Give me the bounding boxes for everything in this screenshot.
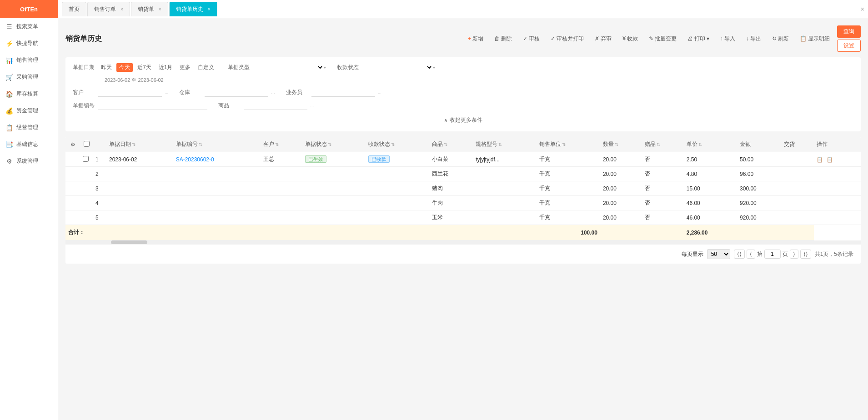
col-unit[interactable]: 销售单位⇅ (537, 137, 600, 152)
col-unit-price[interactable]: 单价⇅ (684, 137, 737, 152)
print-button[interactable]: 🖨 打印 ▾ (684, 33, 713, 45)
col-payment-status[interactable]: 收款状态⇅ (366, 137, 429, 152)
cell-unit: 千克 (537, 152, 600, 167)
cell-operation: 📋 📋 (814, 152, 861, 167)
salesperson-input[interactable] (311, 88, 375, 97)
customer-input[interactable] (98, 88, 162, 97)
cell-gift: 否 (642, 167, 684, 181)
col-checkbox (80, 137, 93, 152)
goods-input[interactable] (244, 101, 307, 110)
page-last-btn[interactable]: ⟩⟩ (800, 250, 811, 259)
add-button[interactable]: + 新增 (464, 33, 487, 45)
goods-ellipsis[interactable]: ... (310, 103, 314, 108)
filter-row-3: 单据编号 商品 ... (73, 101, 853, 110)
col-date[interactable]: 单据日期⇅ (106, 137, 173, 152)
show-detail-button[interactable]: 📋 显示明细 (796, 33, 833, 45)
date-tag-7days[interactable]: 近7天 (135, 63, 154, 72)
collect-button[interactable]: ¥ 收款 (619, 33, 642, 45)
col-doc-no[interactable]: 单据编号⇅ (173, 137, 261, 152)
scrollbar-thumb[interactable] (111, 240, 147, 244)
cell-checkbox (80, 210, 93, 225)
close-sales-order-tab[interactable]: × (120, 7, 123, 12)
sidebar-item-inventory[interactable]: 🏠 库存核算 (0, 85, 58, 102)
cell-operation (814, 210, 861, 225)
export-icon: ↓ (746, 35, 749, 42)
date-tag-custom[interactable]: 自定义 (195, 63, 217, 72)
doc-no-sort-icon: ⇅ (199, 142, 202, 147)
import-button[interactable]: ↑ 导入 (717, 33, 739, 45)
payment-status-select[interactable] (362, 63, 433, 72)
filter-salesperson: 业务员 ... (286, 88, 381, 97)
payment-status-label: 收款状态 (337, 64, 360, 71)
col-gift[interactable]: 赠品⇅ (642, 137, 684, 152)
cell-doc-status (302, 181, 366, 196)
cell-date (106, 210, 173, 225)
sidebar-item-basic-info[interactable]: 📑 基础信息 (0, 136, 58, 153)
tab-sales-order[interactable]: 销售订单 × (87, 2, 130, 16)
sidebar-item-label: 采购管理 (16, 73, 38, 81)
collapse-button[interactable]: ∧ 收起更多条件 (442, 115, 484, 126)
salesperson-ellipsis[interactable]: ... (378, 90, 381, 95)
delete-button[interactable]: 🗑 删除 (491, 33, 516, 45)
tab-home[interactable]: 首页 (62, 2, 86, 16)
cell-payment-status (366, 196, 429, 210)
close-window-button[interactable]: × (861, 5, 864, 13)
cell-customer (261, 167, 302, 181)
op-view-btn-1[interactable]: 📋 (817, 157, 823, 162)
col-customer[interactable]: 客户⇅ (261, 137, 302, 152)
warehouse-label: 仓库 (179, 89, 202, 96)
row-checkbox-1[interactable] (83, 156, 89, 162)
batch-change-button[interactable]: ✎ 批量变更 (645, 33, 680, 45)
page-size-select[interactable]: 50 10 20 100 (707, 249, 730, 259)
date-tag-group: 昨天 今天 近7天 近1月 更多 自定义 (98, 63, 217, 72)
select-all-checkbox[interactable] (84, 141, 90, 147)
sidebar-item-search-menu[interactable]: ☰ 搜索菜单 (0, 18, 58, 35)
horizontal-scrollbar[interactable] (65, 240, 861, 244)
tab-sales-history[interactable]: 销货单历史 × (169, 2, 217, 16)
date-tag-today[interactable]: 今天 (116, 63, 133, 72)
date-tag-more[interactable]: 更多 (177, 63, 193, 72)
sidebar-item-quick-nav[interactable]: ⚡ 快捷导航 (0, 35, 58, 52)
export-button[interactable]: ↓ 导出 (743, 33, 765, 45)
sidebar-item-purchase-mgmt[interactable]: 🛒 采购管理 (0, 69, 58, 85)
warehouse-input[interactable] (205, 88, 268, 97)
tabs-bar: 首页 销售订单 × 销货单 × 销货单历史 × × (58, 0, 868, 18)
page-prev-btn[interactable]: ⟨ (747, 250, 755, 259)
payment-status-sort-icon: ⇅ (391, 142, 395, 147)
page-next-btn[interactable]: ⟩ (790, 250, 798, 259)
col-quantity[interactable]: 数量⇅ (600, 137, 642, 152)
sidebar-item-finance[interactable]: 💰 资金管理 (0, 102, 58, 119)
sidebar-item-system-mgmt[interactable]: ⚙ 系统管理 (0, 153, 58, 170)
customer-ellipsis[interactable]: ... (165, 90, 168, 95)
audit-button[interactable]: ✓ 审核 (519, 33, 543, 45)
date-tag-yesterday[interactable]: 昨天 (98, 63, 115, 72)
sidebar-item-operations[interactable]: 📋 经营管理 (0, 119, 58, 136)
col-settings[interactable]: ⚙ (65, 137, 80, 152)
page-number-input[interactable] (764, 250, 781, 259)
audit-print-button[interactable]: ✓ 审核并打印 (547, 33, 587, 45)
cell-doc-no[interactable]: SA-20230602-0 (173, 152, 261, 167)
add-icon: + (468, 35, 471, 42)
op-edit-btn-1[interactable]: 📋 (827, 157, 833, 162)
col-goods[interactable]: 商品⇅ (429, 137, 473, 152)
col-spec[interactable]: 规格型号⇅ (473, 137, 537, 152)
doc-no-input[interactable] (98, 101, 207, 110)
cell-transaction (781, 196, 814, 210)
page-first-btn[interactable]: ⟨⟨ (734, 250, 745, 259)
page-nav: ⟨⟨ ⟨ 第 页 ⟩ ⟩⟩ (734, 250, 811, 259)
tab-sales-goods[interactable]: 销货单 × (131, 2, 168, 16)
abandon-button[interactable]: ✗ 弃审 (591, 33, 615, 45)
doc-type-select[interactable] (253, 63, 324, 72)
close-sales-goods-tab[interactable]: × (159, 7, 161, 12)
warehouse-ellipsis[interactable]: ... (271, 90, 275, 95)
refresh-button[interactable]: ↻ 刷新 (768, 33, 793, 45)
cell-unit: 千克 (537, 167, 600, 181)
cell-transaction (781, 152, 814, 167)
query-button[interactable]: 查询 (837, 25, 861, 38)
col-doc-status[interactable]: 单据状态⇅ (302, 137, 366, 152)
date-tag-1month[interactable]: 近1月 (156, 63, 176, 72)
close-sales-history-tab[interactable]: × (208, 7, 211, 12)
cell-customer (261, 181, 302, 196)
sidebar-item-sales-mgmt[interactable]: 📊 销售管理 (0, 52, 58, 69)
setting-button[interactable]: 设置 (837, 40, 861, 52)
